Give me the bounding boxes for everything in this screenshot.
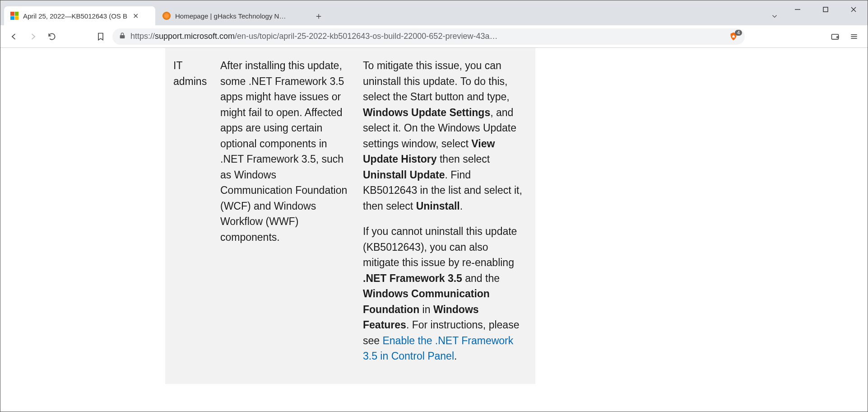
- workaround-paragraph-2: If you cannot uninstall this update (KB5…: [363, 224, 527, 364]
- url-scheme: https://: [130, 32, 155, 41]
- browser-titlebar: April 25, 2022—KB5012643 (OS B ✕ Homepag…: [0, 0, 868, 25]
- workaround-paragraph-1: To mitigate this issue, you can uninstal…: [363, 58, 527, 214]
- back-button[interactable]: [6, 28, 22, 45]
- close-window-button[interactable]: [840, 0, 868, 19]
- new-tab-button[interactable]: ＋: [312, 9, 325, 23]
- svg-rect-1: [823, 7, 828, 12]
- window-controls: [784, 0, 868, 25]
- lock-icon: [119, 32, 126, 41]
- reload-button[interactable]: [44, 28, 60, 45]
- tab-overflow-button[interactable]: [766, 7, 784, 25]
- page-content: IT admins After installing this update, …: [0, 48, 868, 412]
- symptom-cell: After installing this update, some .NET …: [220, 58, 351, 374]
- maximize-button[interactable]: [812, 0, 840, 19]
- address-bar[interactable]: https://support.microsoft.com/en-us/topi…: [112, 28, 745, 45]
- microsoft-icon: [10, 12, 19, 20]
- page-viewport[interactable]: IT admins After installing this update, …: [0, 48, 868, 412]
- url-path: /en-us/topic/april-25-2022-kb5012643-os-…: [235, 32, 497, 41]
- url-text: https://support.microsoft.com/en-us/topi…: [130, 32, 724, 41]
- forward-button[interactable]: [25, 28, 41, 45]
- known-issues-table-row: IT admins After installing this update, …: [165, 48, 535, 384]
- shield-badge: 4: [735, 30, 742, 36]
- tab-title: Homepage | gHacks Technology News: [175, 12, 288, 20]
- browser-toolbar: https://support.microsoft.com/en-us/topi…: [0, 25, 868, 48]
- brave-shields-button[interactable]: 4: [729, 32, 738, 42]
- wallet-button[interactable]: [827, 28, 843, 45]
- tabs-strip: April 25, 2022—KB5012643 (OS B ✕ Homepag…: [0, 0, 766, 25]
- tab-kb5012643[interactable]: April 25, 2022—KB5012643 (OS B ✕: [4, 6, 155, 25]
- tab-ghacks[interactable]: Homepage | gHacks Technology News: [156, 6, 307, 25]
- ghacks-icon: [162, 12, 171, 20]
- menu-button[interactable]: [846, 28, 862, 45]
- minimize-button[interactable]: [784, 0, 812, 19]
- bookmark-button[interactable]: [93, 28, 109, 45]
- tab-title: April 25, 2022—KB5012643 (OS B: [23, 12, 127, 20]
- workaround-cell: To mitigate this issue, you can uninstal…: [363, 58, 527, 374]
- url-host: support.microsoft.com: [155, 32, 235, 41]
- close-icon[interactable]: ✕: [132, 12, 140, 20]
- audience-cell: IT admins: [173, 58, 209, 374]
- enable-dotnet-link[interactable]: Enable the .NET Framework 3.5 in Control…: [363, 335, 513, 362]
